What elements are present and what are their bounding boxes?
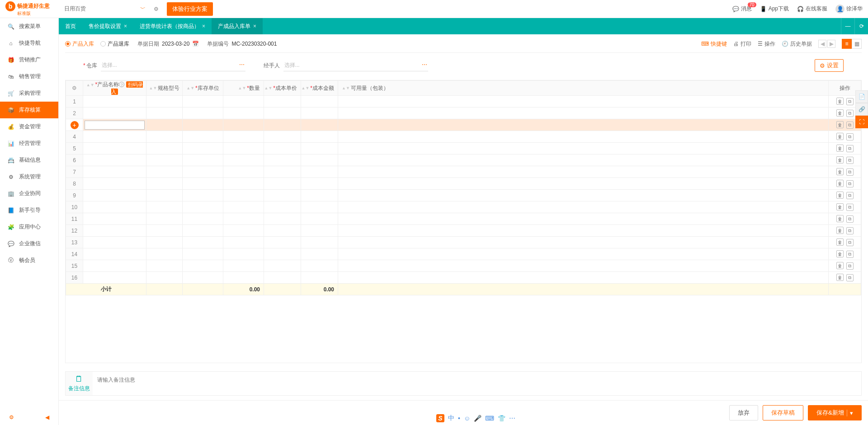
handler-select[interactable]: 选择... ⋯ [283,60,428,71]
radio-product-out[interactable]: 产品退库 [100,40,129,48]
save-draft-button[interactable]: 保存草稿 [763,405,803,420]
gear-icon[interactable]: ⚙ [154,6,159,12]
delete-row-icon[interactable]: 🗑 [836,262,844,269]
sidebar-item-9[interactable]: ⚙系统管理 [0,168,58,185]
close-icon[interactable]: × [202,23,205,29]
sidebar-item-4[interactable]: 🛒采购管理 [0,85,58,102]
delete-row-icon[interactable]: 🗑 [836,238,844,246]
sidebar-item-5[interactable]: 📦库存核算 [0,102,58,118]
delete-row-icon[interactable]: 🗑 [836,133,844,140]
delete-row-icon[interactable]: 🗑 [836,274,844,281]
history-button[interactable]: 🕘历史单据 [782,40,812,48]
delete-row-icon[interactable]: 🗑 [836,156,844,163]
table-row[interactable]: 6🗑⧉ [66,154,861,166]
copy-row-icon[interactable]: ⧉ [846,251,854,258]
shortcut-button[interactable]: ⌨快捷键 [701,40,727,48]
settings-gear-icon[interactable]: ⚙ [9,414,14,420]
sidebar-item-2[interactable]: 🎁营销推广 [0,51,58,68]
copy-row-icon[interactable]: ⧉ [846,145,854,152]
col-product[interactable]: ▲▼*产品名称?扫码录入 [83,81,146,96]
date-value[interactable]: 2023-03-20 [162,41,189,47]
collapse-sidebar-icon[interactable]: ◀ [45,414,49,420]
tab-0[interactable]: 首页 [59,18,82,34]
delete-row-icon[interactable]: 🗑 [836,250,844,257]
tab-1[interactable]: 售价提取设置× [82,18,133,34]
table-row[interactable]: 7🗑⧉ [66,166,861,178]
delete-row-icon[interactable]: 🗑 [836,215,844,222]
sidebar-item-6[interactable]: 💰资金管理 [0,118,58,135]
app-download-link[interactable]: 📱 App下载 [760,5,789,13]
table-row[interactable]: 16🗑⧉ [66,272,861,284]
copy-row-icon[interactable]: ⧉ [846,274,854,281]
calendar-icon[interactable]: 📅 [192,41,199,47]
copy-row-icon[interactable]: ⧉ [846,121,854,129]
sidebar-item-13[interactable]: 💬企业微信 [0,235,58,252]
delete-row-icon[interactable]: 🗑 [836,191,844,199]
col-unit[interactable]: ▲▼*库存单位 [183,81,223,96]
sidebar-item-7[interactable]: 📊经营管理 [0,135,58,152]
add-row-button[interactable]: + [71,121,79,129]
copy-row-icon[interactable]: ⧉ [846,227,854,234]
sidebar-item-0[interactable]: 🔍搜索菜单 [0,18,58,35]
table-row[interactable]: 11🗑⧉ [66,213,861,225]
delete-row-icon[interactable]: 🗑 [836,168,844,175]
delete-row-icon[interactable]: 🗑 [836,180,844,187]
sidebar-item-3[interactable]: 🛍销售管理 [0,68,58,85]
table-row[interactable]: 15🗑⧉ [66,260,861,272]
float-tool-note[interactable]: 📄 [855,90,868,103]
copy-row-icon[interactable]: ⧉ [846,239,854,246]
sidebar-item-8[interactable]: 📇基础信息 [0,152,58,168]
close-icon[interactable]: × [124,23,127,29]
table-row[interactable]: 12🗑⧉ [66,225,861,237]
col-price[interactable]: ▲▼*成本单价 [264,81,301,96]
sidebar-item-1[interactable]: ⌂快捷导航 [0,35,58,51]
radio-product-in[interactable]: 产品入库 [65,40,94,48]
warehouse-select[interactable]: 选择... ⋯ [101,60,245,71]
table-row[interactable]: 8🗑⧉ [66,178,861,190]
tab-2[interactable]: 进货单统计表（按商品）× [133,18,212,34]
messages-link[interactable]: 💬 消息 70 [732,5,752,13]
col-amount[interactable]: ▲▼*成本金额 [301,81,338,96]
copy-row-icon[interactable]: ⧉ [846,262,854,270]
sidebar-item-11[interactable]: 📘新手引导 [0,202,58,219]
next-doc-button[interactable]: ▶ [827,40,835,48]
close-icon[interactable]: × [253,23,256,29]
delete-row-icon[interactable]: 🗑 [836,203,844,210]
table-row[interactable]: 5🗑⧉ [66,143,861,154]
prev-doc-button[interactable]: ◀ [818,40,826,48]
column-settings-header[interactable]: ⚙ [66,81,83,96]
table-row[interactable]: 4🗑⧉ [66,131,861,143]
table-row[interactable]: 14🗑⧉ [66,248,861,260]
copy-row-icon[interactable]: ⧉ [846,180,854,187]
help-icon[interactable]: ? [119,82,124,87]
delete-row-icon[interactable]: 🗑 [836,227,844,234]
table-row[interactable]: 2🗑⧉ [66,107,861,119]
sidebar-item-14[interactable]: Ⓥ畅会员 [0,252,58,269]
table-row[interactable]: 13🗑⧉ [66,237,861,248]
table-row[interactable]: +🗑⧉ [66,119,861,131]
copy-row-icon[interactable]: ⧉ [846,157,854,164]
delete-row-icon[interactable]: 🗑 [836,98,844,105]
delete-row-icon[interactable]: 🗑 [836,145,844,152]
copy-row-icon[interactable]: ⧉ [846,168,854,176]
float-tool-expand[interactable]: ⛶ [855,116,868,128]
operate-button[interactable]: ☰操作 [758,40,775,48]
view-card-button[interactable]: ▦ [852,39,862,49]
copy-row-icon[interactable]: ⧉ [846,98,854,105]
user-menu[interactable]: 👤 徐泽华 [835,5,863,14]
tab-3[interactable]: 产成品入库单× [212,18,263,34]
online-support-link[interactable]: 🎧 在线客服 [797,5,827,13]
delete-row-icon[interactable]: 🗑 [836,109,844,117]
col-available[interactable]: ▲▼可用量（包装） [338,81,829,96]
save-and-new-button[interactable]: 保存&新增 ▾ [808,405,862,420]
copy-row-icon[interactable]: ⧉ [846,192,854,199]
org-selector[interactable]: 日用百货 ﹀ [64,5,146,13]
col-spec[interactable]: ▲▼规格型号 [146,81,183,96]
view-list-button[interactable]: ≡ [842,39,852,49]
table-row[interactable]: 1🗑⧉ [66,96,861,107]
sidebar-item-10[interactable]: 🏢企业协同 [0,185,58,202]
table-row[interactable]: 10🗑⧉ [66,201,861,213]
print-button[interactable]: 🖨打印 [733,40,751,48]
copy-row-icon[interactable]: ⧉ [846,133,854,140]
tab-refresh-button[interactable]: ⟳ [854,18,868,34]
